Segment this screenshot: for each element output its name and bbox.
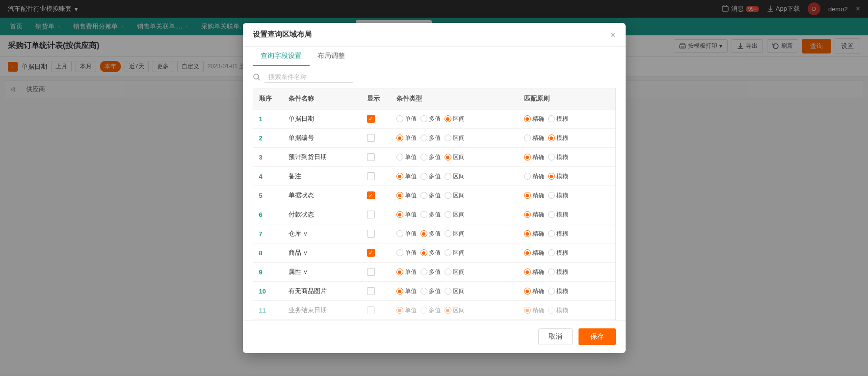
radio-exact-6[interactable]: 精确: [524, 230, 544, 238]
table-row: 9 属性 ∨ 单值 多值 区间 精确: [253, 263, 615, 282]
radio-range-2[interactable]: 区间: [445, 153, 465, 161]
radio-exact-10[interactable]: 精确: [524, 306, 544, 315]
table-row: 1 单据日期 单值 多值 区间 精确: [253, 109, 615, 129]
radio-single-5[interactable]: 单值: [396, 211, 417, 219]
radio-fuzzy-1[interactable]: 模糊: [548, 134, 568, 142]
row-name: 单据日期: [283, 112, 361, 125]
modal-header: 设置查询区域布局 ×: [243, 23, 626, 47]
radio-range-5[interactable]: 区间: [445, 211, 465, 219]
row-order: 7: [253, 228, 283, 240]
radio-fuzzy-9[interactable]: 模糊: [548, 287, 568, 295]
radio-multi-6[interactable]: 多值: [421, 230, 441, 238]
radio-single-6[interactable]: 单值: [396, 230, 417, 238]
radio-fuzzy-4[interactable]: 模糊: [548, 191, 568, 200]
radio-multi-2[interactable]: 多值: [421, 153, 441, 161]
radio-multi-5[interactable]: 多值: [421, 211, 441, 219]
radio-exact-4[interactable]: 精确: [524, 191, 544, 200]
radio-range-8[interactable]: 区间: [445, 268, 465, 276]
row-display-checkbox[interactable]: [361, 170, 391, 182]
radio-single-0[interactable]: 单值: [396, 115, 417, 123]
radio-exact-2[interactable]: 精确: [524, 153, 544, 161]
radio-single-1[interactable]: 单值: [396, 134, 417, 142]
radio-multi-7[interactable]: 多值: [421, 249, 441, 257]
radio-fuzzy-7[interactable]: 模糊: [548, 249, 568, 257]
row-condition-type: 单值 多值 区间: [391, 285, 518, 297]
radio-exact-8[interactable]: 精确: [524, 268, 544, 276]
radio-single-10[interactable]: 单值: [396, 306, 417, 315]
radio-exact-5[interactable]: 精确: [524, 211, 544, 219]
radio-fuzzy-10[interactable]: 模糊: [548, 306, 568, 315]
row-display-checkbox[interactable]: [361, 209, 391, 220]
radio-fuzzy-0[interactable]: 模糊: [548, 115, 568, 123]
row-display-checkbox[interactable]: [361, 247, 391, 259]
checkbox-row-0[interactable]: [367, 115, 375, 123]
row-name: 业务结束日期: [283, 304, 361, 317]
th-condition-type: 条件类型: [391, 92, 518, 105]
checkbox-row-7[interactable]: [367, 249, 375, 257]
row-display-checkbox[interactable]: [361, 113, 391, 125]
row-display-checkbox[interactable]: [361, 132, 391, 144]
radio-multi-4[interactable]: 多值: [421, 191, 441, 200]
checkbox-row-6[interactable]: [367, 230, 375, 238]
radio-single-4[interactable]: 单值: [396, 191, 417, 200]
modal-tab-layout[interactable]: 布局调整: [310, 47, 353, 66]
row-match: 精确 模糊: [518, 247, 616, 259]
row-display-checkbox[interactable]: [361, 285, 391, 297]
radio-range-7[interactable]: 区间: [445, 249, 465, 257]
row-order: 5: [253, 190, 283, 201]
table-head: 顺序 条件名称 显示 条件类型 匹配原则: [253, 88, 616, 109]
checkbox-row-1[interactable]: [367, 134, 375, 142]
radio-exact-9[interactable]: 精确: [524, 287, 544, 295]
row-condition-type: 单值 多值 区间: [391, 132, 518, 144]
radio-fuzzy-6[interactable]: 模糊: [548, 230, 568, 238]
search-input[interactable]: [264, 71, 353, 83]
checkbox-row-10[interactable]: [367, 306, 375, 314]
checkbox-row-4[interactable]: [367, 191, 375, 199]
radio-single-9[interactable]: 单值: [396, 287, 417, 295]
row-display-checkbox[interactable]: [361, 189, 391, 201]
radio-multi-3[interactable]: 多值: [421, 172, 441, 181]
row-display-checkbox[interactable]: [361, 228, 391, 240]
checkbox-row-9[interactable]: [367, 287, 375, 295]
table-row: 6 付款状态 单值 多值 区间 精确: [253, 205, 615, 224]
radio-fuzzy-8[interactable]: 模糊: [548, 268, 568, 276]
row-match: 精确 模糊: [518, 151, 616, 163]
radio-range-0[interactable]: 区间: [445, 115, 465, 123]
row-display-checkbox[interactable]: [361, 304, 391, 316]
radio-multi-10[interactable]: 多值: [421, 306, 441, 315]
save-button[interactable]: 保存: [579, 328, 616, 345]
row-condition-type: 单值 多值 区间: [391, 113, 518, 125]
radio-single-8[interactable]: 单值: [396, 268, 417, 276]
row-display-checkbox[interactable]: [361, 266, 391, 278]
checkbox-row-3[interactable]: [367, 172, 375, 180]
cancel-button[interactable]: 取消: [538, 328, 573, 345]
radio-range-6[interactable]: 区间: [445, 230, 465, 238]
radio-range-1[interactable]: 区间: [445, 134, 465, 142]
radio-exact-7[interactable]: 精确: [524, 249, 544, 257]
radio-range-10[interactable]: 区间: [445, 306, 465, 315]
radio-fuzzy-3[interactable]: 模糊: [548, 172, 568, 181]
radio-multi-1[interactable]: 多值: [421, 134, 441, 142]
row-order: 8: [253, 247, 283, 259]
radio-multi-0[interactable]: 多值: [421, 115, 441, 123]
modal-tabs: 查询字段设置 布局调整: [243, 47, 626, 66]
radio-exact-0[interactable]: 精确: [524, 115, 544, 123]
radio-exact-1[interactable]: 精确: [524, 134, 544, 142]
modal-close-button[interactable]: ×: [610, 30, 616, 39]
radio-fuzzy-2[interactable]: 模糊: [548, 153, 568, 161]
radio-exact-3[interactable]: 精确: [524, 172, 544, 181]
radio-range-4[interactable]: 区间: [445, 191, 465, 200]
radio-multi-8[interactable]: 多值: [421, 268, 441, 276]
checkbox-row-5[interactable]: [367, 211, 375, 218]
radio-single-3[interactable]: 单值: [396, 172, 417, 181]
radio-multi-9[interactable]: 多值: [421, 287, 441, 295]
modal-tab-query-fields[interactable]: 查询字段设置: [253, 47, 310, 66]
radio-fuzzy-5[interactable]: 模糊: [548, 211, 568, 219]
checkbox-row-2[interactable]: [367, 153, 375, 161]
checkbox-row-8[interactable]: [367, 268, 375, 276]
row-display-checkbox[interactable]: [361, 151, 391, 163]
radio-range-3[interactable]: 区间: [445, 172, 465, 181]
radio-single-7[interactable]: 单值: [396, 249, 417, 257]
radio-single-2[interactable]: 单值: [396, 153, 417, 161]
radio-range-9[interactable]: 区间: [445, 287, 465, 295]
